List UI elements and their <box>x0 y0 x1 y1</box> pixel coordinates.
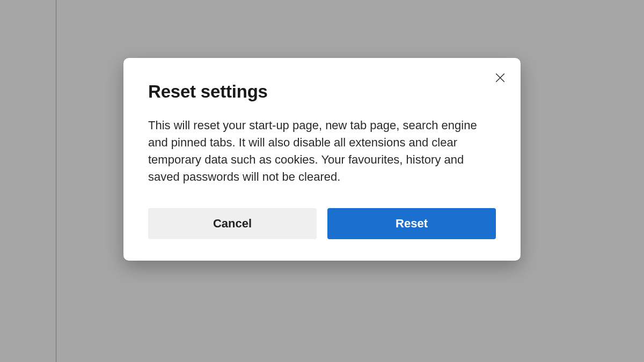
close-icon <box>494 72 506 85</box>
dialog-actions: Cancel Reset <box>148 208 496 239</box>
close-button[interactable] <box>492 70 509 87</box>
dialog-body: This will reset your start-up page, new … <box>148 117 496 186</box>
dialog-title: Reset settings <box>148 82 496 102</box>
cancel-button[interactable]: Cancel <box>148 208 317 239</box>
reset-button[interactable]: Reset <box>327 208 496 239</box>
modal-overlay: Reset settings This will reset your star… <box>0 0 644 362</box>
reset-settings-dialog: Reset settings This will reset your star… <box>123 58 521 261</box>
